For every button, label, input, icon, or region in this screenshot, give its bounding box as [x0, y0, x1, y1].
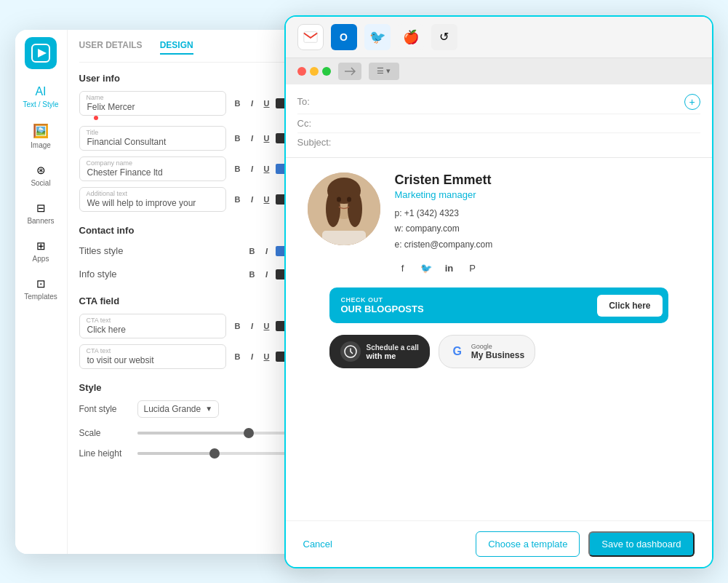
compose-send-btn[interactable]: [338, 63, 361, 80]
sidebar-item-banners[interactable]: ⊟ Banners: [19, 196, 63, 231]
title-bold-btn[interactable]: B: [232, 134, 244, 143]
editor-tabs: USER DETAILS DESIGN: [79, 30, 309, 63]
sig-website: w: company.com: [395, 221, 690, 237]
social-icon: ⊛: [36, 164, 46, 177]
contact-info-title: Contact info: [79, 225, 309, 236]
title-input-wrapper: Title: [79, 126, 226, 151]
gmail-icon[interactable]: [297, 24, 324, 50]
titles-bold-btn[interactable]: B: [247, 247, 258, 255]
sidebar-item-templates[interactable]: ⊡ Templates: [19, 271, 63, 306]
cta1-italic-btn[interactable]: I: [247, 322, 258, 330]
pinterest-icon[interactable]: P: [465, 260, 481, 276]
style-section-title: Style: [79, 382, 309, 393]
titles-style-label: Titles style: [79, 245, 124, 256]
sidebar-item-apps[interactable]: ⊞ Apps: [19, 234, 63, 269]
sig-info: Cristen Emmett Marketing manager p: +1 (…: [395, 172, 690, 277]
subject-input[interactable]: [341, 137, 700, 148]
company-field-group: Company name B I U 14: [79, 156, 309, 181]
close-dot[interactable]: [297, 67, 306, 76]
editor-content: USER DETAILS DESIGN User info Name B I U…: [68, 30, 321, 554]
info-italic-btn[interactable]: I: [261, 270, 273, 279]
cta2-bold-btn[interactable]: B: [232, 352, 244, 361]
title-italic-btn[interactable]: I: [247, 134, 258, 143]
font-style-value: Lucida Grande: [144, 404, 201, 414]
sig-socials: f 🐦 in P: [395, 260, 690, 276]
name-italic-btn[interactable]: I: [247, 99, 258, 108]
additional-bold-btn[interactable]: B: [232, 195, 244, 204]
sig-name: Cristen Emmett: [395, 172, 690, 188]
name-input-wrapper: Name: [79, 91, 226, 116]
apple-mail-icon[interactable]: 🍎: [398, 24, 424, 50]
info-bold-btn[interactable]: B: [247, 270, 258, 279]
subject-field-row: Subject:: [297, 133, 700, 151]
other-client-icon[interactable]: ↺: [431, 24, 457, 50]
cta-blog-text: OUR BLOGPOSTS: [341, 304, 580, 314]
additional-underline-btn[interactable]: U: [261, 195, 273, 204]
cta2-italic-btn[interactable]: I: [247, 352, 258, 361]
email-fields: To: + Cc: Subject:: [286, 84, 712, 158]
sidebar-item-social[interactable]: ⊛ Social: [19, 158, 63, 193]
cc-input[interactable]: [341, 118, 700, 129]
line-height-row: Line height: [79, 448, 309, 459]
svg-point-10: [337, 197, 341, 202]
additional-italic-btn[interactable]: I: [247, 195, 258, 204]
facebook-icon[interactable]: f: [395, 260, 411, 276]
choose-template-button[interactable]: Choose a template: [476, 531, 580, 557]
company-italic-btn[interactable]: I: [247, 164, 258, 173]
cta-text2-group: CTA text B I U 14: [79, 344, 309, 369]
font-style-select[interactable]: Lucida Grande ▼: [137, 400, 220, 418]
schedule-call-btn[interactable]: Schedule a call with me: [329, 335, 430, 368]
apps-icon: ⊞: [36, 239, 46, 253]
cta-text1-wrapper: CTA text: [79, 314, 226, 338]
tab-design[interactable]: DESIGN: [160, 40, 193, 55]
editor-panel: AI Text / Style 🖼️ Image ⊛ Social ⊟ Bann…: [15, 30, 321, 554]
company-bold-btn[interactable]: B: [232, 164, 244, 173]
user-info-title: User info: [79, 73, 309, 84]
line-height-slider[interactable]: [137, 452, 309, 455]
mailbird-icon[interactable]: 🐦: [364, 24, 391, 50]
minimize-dot[interactable]: [310, 67, 319, 76]
google-mybusiness-btn[interactable]: G Google My Business: [439, 335, 535, 368]
cta1-underline-btn[interactable]: U: [261, 322, 273, 330]
outlook-icon[interactable]: O: [331, 24, 357, 50]
title-input[interactable]: [79, 126, 226, 151]
traffic-lights: [297, 67, 331, 76]
svg-point-8: [326, 191, 340, 227]
name-dot-indicator: [94, 116, 98, 120]
company-underline-btn[interactable]: U: [261, 164, 273, 173]
cancel-button[interactable]: Cancel: [303, 539, 332, 550]
name-underline-btn[interactable]: U: [261, 99, 273, 108]
image-icon: 🖼️: [33, 123, 49, 139]
google-btn-text: Google My Business: [471, 343, 524, 360]
titles-italic-btn[interactable]: I: [261, 247, 273, 255]
sig-layout: Cristen Emmett Marketing manager p: +1 (…: [308, 172, 690, 277]
cta-text1-label: CTA text: [87, 317, 111, 324]
tab-user-details[interactable]: USER DETAILS: [79, 40, 143, 55]
app-container: AI Text / Style 🖼️ Image ⊛ Social ⊟ Bann…: [15, 15, 713, 568]
maximize-dot[interactable]: [322, 67, 331, 76]
info-style-row: Info style B I 14: [79, 266, 309, 282]
twitter-icon[interactable]: 🐦: [418, 260, 434, 276]
text-style-icon: AI: [35, 85, 46, 98]
cta-click-button[interactable]: Click here: [597, 295, 662, 317]
to-input[interactable]: [341, 96, 684, 107]
name-bold-btn[interactable]: B: [232, 99, 244, 108]
info-style-label: Info style: [79, 269, 117, 279]
sidebar-logo[interactable]: [25, 37, 57, 69]
sidebar-item-image[interactable]: 🖼️ Image: [19, 117, 63, 155]
cta-banner: CHECK OUT OUR BLOGPOSTS Click here: [329, 287, 668, 323]
cta1-bold-btn[interactable]: B: [232, 322, 244, 330]
banners-icon: ⊟: [36, 202, 46, 215]
svg-point-11: [347, 197, 351, 202]
add-recipient-btn[interactable]: +: [684, 94, 700, 110]
save-dashboard-button[interactable]: Save to dashboard: [588, 531, 694, 557]
scale-slider[interactable]: [137, 432, 309, 435]
scale-label: Scale: [79, 428, 130, 438]
sidebar-item-text-style[interactable]: AI Text / Style: [19, 79, 63, 114]
company-label: Company name: [87, 159, 133, 167]
compose-menu-btn[interactable]: ☰ ▾: [369, 63, 399, 80]
title-underline-btn[interactable]: U: [261, 134, 273, 143]
linkedin-icon[interactable]: in: [441, 260, 457, 276]
cta2-underline-btn[interactable]: U: [261, 352, 273, 361]
app-buttons: Schedule a call with me G Google My Busi…: [329, 335, 668, 368]
